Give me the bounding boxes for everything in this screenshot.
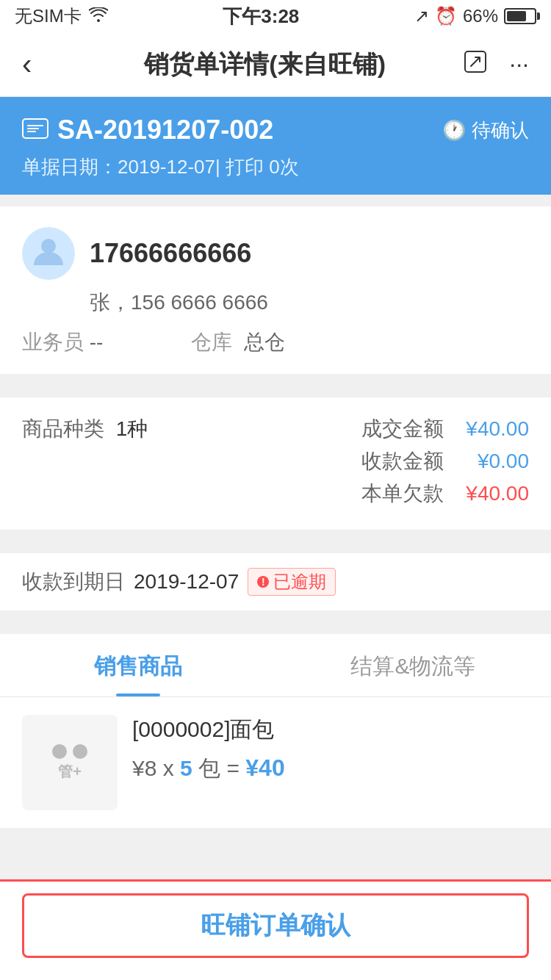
location-icon: ↗ <box>414 6 429 26</box>
tab-products[interactable]: 销售商品 <box>0 634 276 696</box>
share-icon[interactable] <box>464 50 487 79</box>
product-name: [0000002]面包 <box>132 715 529 745</box>
status-time: 下午3:28 <box>223 4 299 29</box>
thumb-brand-text: 管+ <box>58 762 82 782</box>
svg-point-2 <box>41 239 56 253</box>
receipt-amount-row: 收款金额 ¥0.00 <box>361 447 529 475</box>
confirm-order-button[interactable]: 旺铺订单确认 <box>22 893 529 958</box>
warehouse-meta: 仓库 总仓 <box>191 328 285 356</box>
overdue-dot-icon: ! <box>257 576 269 588</box>
due-amount-row: 本单欠款 ¥40.00 <box>361 480 529 508</box>
amounts-right: 成交金额 ¥40.00 收款金额 ¥0.00 本单欠款 ¥40.00 <box>361 415 529 512</box>
customer-meta: 业务员 -- 仓库 总仓 <box>22 328 529 356</box>
due-date-label: 收款到期日 <box>22 568 125 596</box>
order-status: 🕐 待确认 <box>442 118 529 143</box>
sales-meta: 业务员 -- <box>22 328 103 356</box>
product-total: ¥40 <box>245 754 284 781</box>
order-number-row: SA-20191207-002 <box>22 115 273 145</box>
goods-type-label: 商品种类 <box>22 417 104 440</box>
battery-percent: 66% <box>463 6 498 26</box>
tabs-section: 销售商品 结算&物流等 <box>0 634 551 697</box>
deal-amount-row: 成交金额 ¥40.00 <box>361 415 529 443</box>
order-header: SA-20191207-002 🕐 待确认 单据日期：2019-12-07| 打… <box>0 97 551 195</box>
wifi-icon <box>89 6 108 26</box>
order-date-row: 单据日期：2019-12-07| 打印 0次 <box>22 154 529 180</box>
overdue-text: 已逾期 <box>273 570 326 594</box>
bottom-bar: 旺铺订单确认 <box>0 879 551 980</box>
status-left: 无SIM卡 <box>15 4 108 28</box>
deal-amount-value: ¥40.00 <box>455 417 529 441</box>
product-thumbnail: 管+ <box>22 715 118 810</box>
battery-icon <box>504 8 536 24</box>
status-text: 待确认 <box>472 118 529 143</box>
customer-name: 张，156 6666 6666 <box>90 289 529 317</box>
goods-type-value: 1种 <box>116 417 148 440</box>
divider-2 <box>0 386 551 397</box>
order-icon <box>22 115 48 145</box>
customer-phone: 17666666666 <box>90 238 251 269</box>
overdue-badge: ! 已逾期 <box>248 568 336 596</box>
customer-card: 17666666666 张，156 6666 6666 业务员 -- 仓库 总仓 <box>0 206 551 374</box>
tab-settlement[interactable]: 结算&物流等 <box>276 634 551 696</box>
product-section: 管+ [0000002]面包 ¥8 x 5 包 = ¥40 <box>0 697 551 829</box>
order-number-text: SA-20191207-002 <box>57 115 273 145</box>
thumb-eye-right <box>73 744 87 759</box>
status-clock-icon: 🕐 <box>442 119 466 142</box>
divider-1 <box>0 195 551 206</box>
thumb-eye-left <box>52 744 67 759</box>
product-price-row: ¥8 x 5 包 = ¥40 <box>132 754 529 784</box>
page-title: 销货单详情(来自旺铺) <box>144 48 386 82</box>
due-date-section: 收款到期日 2019-12-07 ! 已逾期 <box>0 553 551 610</box>
status-right: ↗ ⏰ 66% <box>414 6 536 26</box>
more-icon[interactable]: ··· <box>509 51 529 78</box>
avatar-icon <box>31 233 66 275</box>
due-date-value: 2019-12-07 <box>134 570 239 594</box>
carrier-label: 无SIM卡 <box>15 4 82 28</box>
amounts-section: 商品种类 1种 成交金额 ¥40.00 收款金额 ¥0.00 本单欠款 ¥40.… <box>0 397 551 530</box>
status-bar: 无SIM卡 下午3:28 ↗ ⏰ 66% <box>0 0 551 32</box>
due-amount-value: ¥40.00 <box>455 482 529 505</box>
product-item: 管+ [0000002]面包 ¥8 x 5 包 = ¥40 <box>0 697 551 829</box>
nav-actions: ··· <box>464 50 529 79</box>
alarm-icon: ⏰ <box>435 6 457 26</box>
divider-3 <box>0 530 551 541</box>
product-qty: 5 <box>180 756 192 780</box>
goods-type-area: 商品种类 1种 <box>22 415 148 443</box>
product-info: [0000002]面包 ¥8 x 5 包 = ¥40 <box>132 715 529 784</box>
customer-avatar <box>22 227 75 280</box>
nav-bar: ‹ 销货单详情(来自旺铺) ··· <box>0 32 551 97</box>
receipt-amount-value: ¥0.00 <box>455 450 529 473</box>
divider-4 <box>0 622 551 634</box>
back-button[interactable]: ‹ <box>22 48 66 81</box>
